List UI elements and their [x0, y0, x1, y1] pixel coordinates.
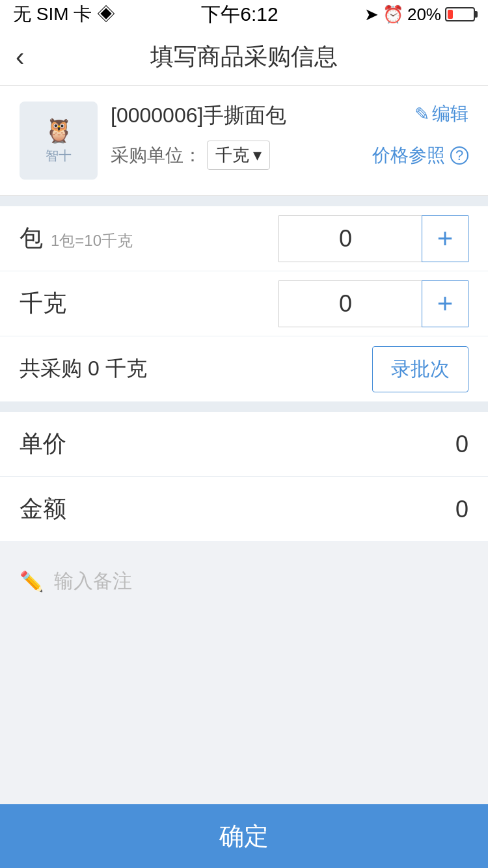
price-reference-button[interactable]: 价格参照 ?	[372, 143, 468, 168]
edit-icon: ✎	[414, 103, 429, 125]
price-section: 单价 0 金额 0	[0, 412, 488, 542]
section-divider-1	[0, 196, 488, 206]
status-left: 无 SIM 卡 ◈	[13, 2, 115, 27]
brand-text: 智十	[46, 147, 72, 165]
edit-button[interactable]: ✎ 编辑	[414, 102, 468, 126]
location-icon: ➤	[364, 5, 379, 25]
kg-label: 千克	[20, 288, 124, 319]
bao-quantity-input[interactable]	[278, 215, 422, 262]
battery-icon	[445, 7, 475, 21]
product-image: 🦉 智十	[20, 102, 98, 180]
alarm-icon: ⏰	[383, 5, 403, 25]
product-unit-row: 采购单位： 千克 ▾ 价格参照 ?	[111, 141, 468, 170]
summary-text: 共采购 0 千克	[20, 355, 147, 383]
bao-input-right: +	[133, 215, 468, 262]
product-card: 🦉 智十 [0000006]手撕面包 ✎ 编辑 采购单位： 千克	[0, 86, 488, 196]
remark-section[interactable]: ✏️ 输入备注	[0, 542, 488, 620]
owl-icon: 🦉	[44, 117, 74, 144]
unit-select-dropdown[interactable]: 千克 ▾	[207, 141, 270, 170]
unit-label: 采购单位： 千克 ▾	[111, 141, 270, 170]
bottom-spacer	[0, 620, 488, 815]
back-button[interactable]: ‹	[16, 42, 24, 72]
bao-input-row: 包 1包=10千克 +	[0, 206, 488, 271]
battery-fill	[448, 10, 453, 19]
battery-label: 20%	[407, 5, 441, 25]
status-time: 下午6:12	[201, 1, 278, 28]
bao-label: 包 1包=10千克	[20, 223, 133, 254]
kg-input-right: +	[124, 280, 468, 327]
confirm-button-label: 确定	[219, 820, 269, 853]
amount-label: 金额	[20, 493, 66, 525]
batch-button[interactable]: 录批次	[372, 346, 468, 392]
sim-label: 无 SIM 卡 ◈	[13, 2, 115, 27]
nav-bar: ‹ 填写商品采购信息	[0, 29, 488, 86]
unit-price-row: 单价 0	[0, 412, 488, 477]
summary-row: 共采购 0 千克 录批次	[0, 336, 488, 401]
kg-input-row: 千克 +	[0, 271, 488, 336]
unit-price-value: 0	[455, 431, 468, 458]
product-name: [0000006]手撕面包	[111, 102, 286, 130]
product-image-inner: 🦉 智十	[33, 115, 85, 167]
section-divider-2	[0, 401, 488, 412]
unit-price-label: 单价	[20, 428, 66, 460]
edit-label: 编辑	[432, 102, 468, 126]
status-bar: 无 SIM 卡 ◈ 下午6:12 ➤ ⏰ 20%	[0, 0, 488, 29]
pencil-icon: ✏️	[20, 570, 44, 593]
status-right: ➤ ⏰ 20%	[364, 5, 475, 25]
amount-row: 金额 0	[0, 477, 488, 542]
input-section: 包 1包=10千克 + 千克 +	[0, 206, 488, 336]
page-title: 填写商品采购信息	[150, 41, 338, 73]
confirm-button[interactable]: 确定	[0, 804, 488, 868]
product-header: [0000006]手撕面包 ✎ 编辑	[111, 102, 468, 130]
chevron-down-icon: ▾	[253, 145, 262, 165]
help-icon: ?	[450, 146, 468, 165]
kg-plus-button[interactable]: +	[422, 280, 468, 327]
amount-value: 0	[455, 496, 468, 523]
kg-quantity-input[interactable]	[278, 280, 422, 327]
remark-placeholder: 输入备注	[54, 568, 132, 595]
bao-plus-button[interactable]: +	[422, 215, 468, 262]
product-info: [0000006]手撕面包 ✎ 编辑 采购单位： 千克 ▾ 价格参照 ?	[111, 102, 468, 170]
